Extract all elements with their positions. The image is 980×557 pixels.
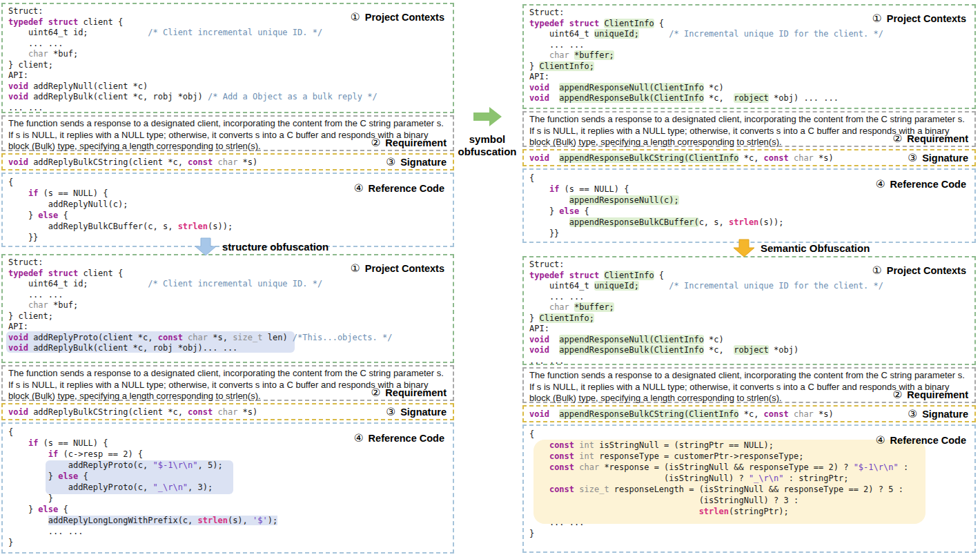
signature-box: void appendResponseBulkCString(ClientInf… [522,149,976,166]
panel-original: Struct:typedef struct client { uint64_t … [1,3,454,239]
circled-number: ④ [354,182,364,195]
section-label-text: Requirement [907,389,968,401]
section-label-signature: ③ Signature [386,156,447,168]
reference-code-box: { const int isStringNull = (stringPtr ==… [522,424,976,553]
signature-box: void appendResponseBulkCString(ClientInf… [522,405,976,422]
section-label-requirement: ② Requirement [371,387,447,399]
project-contexts-box: Struct:typedef struct ClientInfo { uint6… [522,4,976,109]
panel-symbol-obfuscated: Struct:typedef struct ClientInfo { uint6… [522,4,976,243]
circled-number: ① [351,262,360,275]
down-arrow-icon [195,237,217,256]
reference-code-box: { if (s == NULL) { addReplyNull(c); } el… [1,173,454,247]
section-label-text: Requirement [385,137,447,149]
panel-structure-obfuscated: Struct:typedef struct client { uint64_t … [1,254,454,554]
section-label-text: Project Contexts [365,12,444,23]
section-label-text: Reference Code [369,433,444,444]
section-label-context: ① Project Contexts [351,11,444,23]
section-label-signature: ③ Signature [908,152,968,164]
project-contexts-box: Struct:typedef struct ClientInfo { uint6… [522,256,976,365]
signature-code: void addReplyBulkCString(client *c, cons… [3,155,453,170]
circled-number: ① [872,264,882,277]
signature-code: void appendResponseBulkCString(ClientInf… [524,150,974,166]
section-label-text: Signature [922,409,968,420]
arrow-label: Semantic Obfuscation [761,242,870,254]
arrow-label: symbol obfuscation [452,133,522,158]
section-label-text: Project Contexts [887,13,966,24]
circled-number: ④ [876,434,885,447]
circled-number: ③ [908,408,917,420]
section-label-signature: ③ Signature [908,408,968,420]
circled-number: ② [892,389,902,401]
circled-number: ② [892,133,902,145]
section-label-reference: ④ Reference Code [354,432,444,444]
section-label-text: Project Contexts [365,263,444,274]
panel-semantic-obfuscated: Struct:typedef struct ClientInfo { uint6… [522,256,976,553]
circled-number: ② [371,387,380,399]
section-label-context: ① Project Contexts [872,264,966,277]
structure-obfuscation-connector: structure obfuscation [195,237,329,256]
section-label-text: Requirement [907,133,968,145]
section-label-text: Signature [400,407,447,418]
section-label-text: Signature [922,153,968,164]
signature-box: void addReplyBulkCString(client *c, cons… [1,403,454,420]
section-label-reference: ④ Reference Code [876,178,966,190]
circled-number: ③ [386,406,395,418]
arrow-label: structure obfuscation [222,241,329,253]
section-label-text: Reference Code [890,179,966,190]
signature-box: void addReplyBulkCString(client *c, cons… [1,153,454,170]
project-contexts-box: Struct:typedef struct client { uint64_t … [1,3,454,113]
section-label-requirement: ② Requirement [892,389,968,401]
section-label-text: Requirement [385,387,447,399]
reference-code-box: { if (s == NULL) { if (c->resp == 2) { a… [1,422,454,554]
section-label-requirement: ② Requirement [892,133,968,145]
section-label-context: ① Project Contexts [872,12,966,25]
circled-number: ④ [876,178,885,190]
section-label-context: ① Project Contexts [351,262,444,275]
section-label-text: Reference Code [369,183,444,194]
reference-code-box: { if (s == NULL) { appendResponseNull(c)… [522,168,976,243]
signature-code: void appendResponseBulkCString(ClientInf… [524,407,974,422]
symbol-obfuscation-connector: symbol obfuscation [452,106,522,158]
requirement-box: The function sends a response to a desig… [522,111,976,147]
circled-number: ③ [908,152,917,164]
right-arrow-icon [472,106,502,128]
project-contexts-box: Struct:typedef struct client { uint64_t … [1,254,454,363]
figure-canvas: Struct:typedef struct client { uint64_t … [0,0,980,557]
section-label-text: Signature [400,157,447,168]
section-label-text: Project Contexts [887,265,966,276]
circled-number: ① [351,11,360,23]
requirement-box: The function sends a response to a desig… [522,367,976,403]
circled-number: ② [371,137,380,149]
circled-number: ① [872,12,882,25]
section-label-requirement: ② Requirement [371,137,447,149]
requirement-box: The function sends a response to a desig… [1,365,454,401]
signature-code: void addReplyBulkCString(client *c, cons… [3,404,453,420]
down-arrow-icon [733,239,755,257]
circled-number: ④ [354,432,364,444]
section-label-text: Reference Code [890,435,966,446]
semantic-obfuscation-connector: Semantic Obfuscation [733,239,870,257]
section-label-reference: ④ Reference Code [354,182,444,195]
circled-number: ③ [386,156,395,168]
section-label-signature: ③ Signature [386,406,447,418]
section-label-reference: ④ Reference Code [876,434,966,447]
requirement-box: The function sends a response to a desig… [1,115,454,151]
